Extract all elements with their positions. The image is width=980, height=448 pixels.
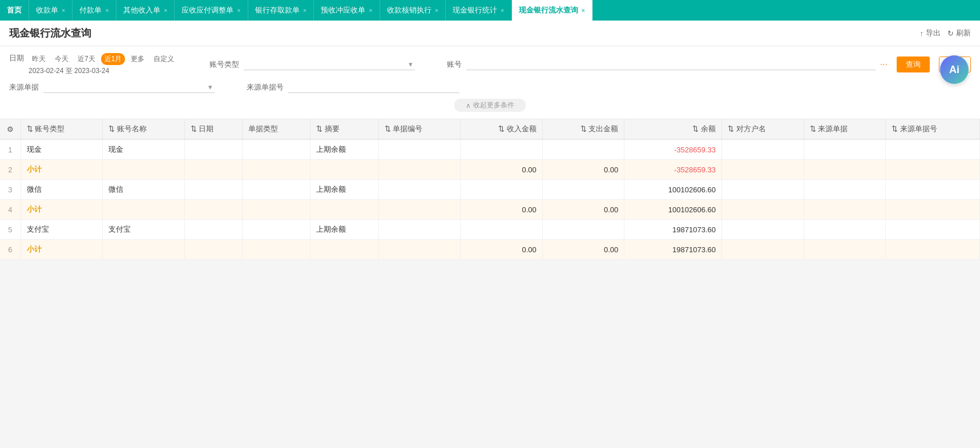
nav-tab-home[interactable]: 首页	[0, 0, 29, 21]
nav-tab-cash-bank-stats[interactable]: 现金银行统计 ×	[446, 0, 511, 21]
cell-summary	[310, 160, 379, 180]
close-payments-icon[interactable]: ×	[105, 7, 108, 14]
col-income: ⇅ 收入金额	[461, 119, 543, 139]
date-range-display: 2023-02-24 至 2023-03-24	[29, 66, 178, 76]
close-receipts-icon[interactable]: ×	[62, 7, 65, 14]
col-gear[interactable]: ⚙	[0, 119, 21, 139]
close-other-income-icon[interactable]: ×	[164, 7, 167, 14]
close-cash-bank-stats-icon[interactable]: ×	[501, 7, 504, 14]
nav-tab-collection-exec[interactable]: 收款核销执行 ×	[380, 0, 446, 21]
table-row[interactable]: 2 小计 0.00 0.00 -3528659.33	[0, 160, 980, 180]
close-collection-exec-icon[interactable]: ×	[435, 7, 438, 14]
nav-tab-receipts[interactable]: 收款单 ×	[29, 0, 72, 21]
cell-doc-no	[378, 240, 461, 260]
table-container: ⚙ ⇅ 账号类型 ⇅ 账号名称 ⇅ 日期 单据类型 ⇅ 摘要 ⇅ 单据编号 ⇅ …	[0, 119, 980, 260]
query-button[interactable]: 查询	[897, 56, 930, 72]
cell-doc-no	[378, 220, 461, 240]
nav-tab-bank-deposit-label: 银行存取款单	[255, 5, 300, 15]
cell-counterpart	[721, 180, 804, 200]
filter-row-1: 日期 昨天 今天 近7天 近1月 更多 自定义 2023-02-24 至 202…	[9, 53, 971, 76]
account-dots-button[interactable]: ···	[880, 59, 888, 70]
close-payable-adjust-icon[interactable]: ×	[237, 7, 240, 14]
date-btn-yesterday[interactable]: 昨天	[29, 53, 49, 65]
col-counterpart-sort[interactable]: ⇅	[728, 124, 734, 133]
table-row[interactable]: 5 支付宝 支付宝 上期余额 19871073.60	[0, 220, 980, 240]
col-source-doc-no-sort[interactable]: ⇅	[892, 124, 898, 133]
cell-doc-no	[378, 160, 461, 180]
cell-source-doc	[804, 139, 886, 160]
cell-expense	[542, 139, 624, 160]
source-doc-select[interactable]: ▾	[43, 82, 215, 93]
table-row[interactable]: 3 微信 微信 上期余额 100102606.60	[0, 180, 980, 200]
col-date-sort[interactable]: ⇅	[191, 124, 197, 133]
cell-counterpart	[721, 200, 804, 220]
nav-tab-other-income[interactable]: 其他收入单 ×	[116, 0, 175, 21]
ai-assistant-button[interactable]: Ai	[940, 55, 969, 84]
cell-doc-type	[242, 220, 310, 240]
cell-num: 3	[0, 180, 21, 200]
export-icon: ↑	[920, 29, 924, 38]
table-row[interactable]: 6 小计 0.00 0.00 19871073.60	[0, 240, 980, 260]
nav-tab-cash-bank-flow-label: 现金银行流水查询	[519, 5, 578, 15]
cell-account-name: 微信	[103, 180, 185, 200]
date-btn-7days[interactable]: 近7天	[74, 53, 99, 65]
col-account-type-sort[interactable]: ⇅	[27, 124, 33, 133]
col-balance: ⇅ 余额	[624, 119, 722, 139]
cell-source-doc-no	[886, 180, 980, 200]
close-cash-bank-flow-icon[interactable]: ×	[582, 7, 585, 14]
nav-tab-payments[interactable]: 付款单 ×	[72, 0, 116, 21]
cell-expense: 0.00	[542, 160, 624, 180]
close-bank-deposit-icon[interactable]: ×	[303, 7, 306, 14]
cell-doc-no	[378, 180, 461, 200]
cell-counterpart	[721, 240, 804, 260]
date-btn-custom[interactable]: 自定义	[150, 53, 178, 65]
cell-account-type: 小计	[21, 200, 103, 220]
cell-account-type: 微信	[21, 180, 103, 200]
col-account-name-sort[interactable]: ⇅	[108, 124, 115, 133]
account-type-select[interactable]: ▾	[244, 59, 415, 70]
cell-expense	[542, 180, 624, 200]
date-btn-more[interactable]: 更多	[127, 53, 148, 65]
source-doc-num-input[interactable]	[291, 83, 457, 91]
cell-date	[184, 160, 242, 180]
cell-expense: 0.00	[542, 240, 624, 260]
refresh-button[interactable]: ↻ 刷新	[947, 28, 971, 38]
date-buttons: 昨天 今天 近7天 近1月 更多 自定义	[29, 53, 178, 65]
account-input[interactable]	[469, 60, 873, 68]
nav-tab-payable-adjust[interactable]: 应收应付调整单 ×	[175, 0, 248, 21]
col-income-sort[interactable]: ⇅	[498, 124, 505, 133]
col-doc-no-sort[interactable]: ⇅	[385, 124, 391, 133]
date-btn-today[interactable]: 今天	[51, 53, 72, 65]
table-row[interactable]: 4 小计 0.00 0.00 100102606.60	[0, 200, 980, 220]
col-doc-no: ⇅ 单据编号	[378, 119, 461, 139]
export-button[interactable]: ↑ 导出	[920, 28, 941, 38]
cell-balance: 100102606.60	[624, 200, 722, 220]
nav-tab-cash-bank-stats-label: 现金银行统计	[453, 5, 497, 15]
cell-source-doc-no	[886, 220, 980, 240]
cell-income: 0.00	[461, 160, 543, 180]
cell-counterpart	[721, 139, 804, 160]
nav-tab-bank-deposit[interactable]: 银行存取款单 ×	[248, 0, 314, 21]
col-account-name: ⇅ 账号名称	[103, 119, 185, 139]
nav-tab-advance-offset[interactable]: 预收冲应收单 ×	[314, 0, 380, 21]
nav-tab-cash-bank-flow[interactable]: 现金银行流水查询 ×	[512, 0, 592, 21]
collapse-button[interactable]: ∧ 收起更多条件	[454, 99, 526, 112]
col-summary-sort[interactable]: ⇅	[316, 124, 322, 133]
export-label: 导出	[926, 28, 941, 38]
cell-account-name	[103, 200, 185, 220]
collapse-up-icon: ∧	[466, 102, 471, 110]
cell-date	[184, 240, 242, 260]
close-advance-offset-icon[interactable]: ×	[369, 7, 372, 14]
col-balance-sort[interactable]: ⇅	[692, 124, 699, 133]
table-row[interactable]: 1 现金 现金 上期余额 -3528659.33	[0, 139, 980, 160]
col-expense-sort[interactable]: ⇅	[580, 124, 587, 133]
cell-account-type: 小计	[21, 240, 103, 260]
cell-source-doc	[804, 160, 886, 180]
date-btn-1month[interactable]: 近1月	[101, 53, 126, 65]
cell-source-doc-no	[886, 160, 980, 180]
col-source-doc-sort[interactable]: ⇅	[810, 124, 816, 133]
cell-doc-type	[242, 139, 310, 160]
top-nav: 首页 收款单 × 付款单 × 其他收入单 × 应收应付调整单 × 银行存取款单 …	[0, 0, 980, 21]
col-summary: ⇅ 摘要	[310, 119, 379, 139]
cell-expense	[542, 220, 624, 240]
